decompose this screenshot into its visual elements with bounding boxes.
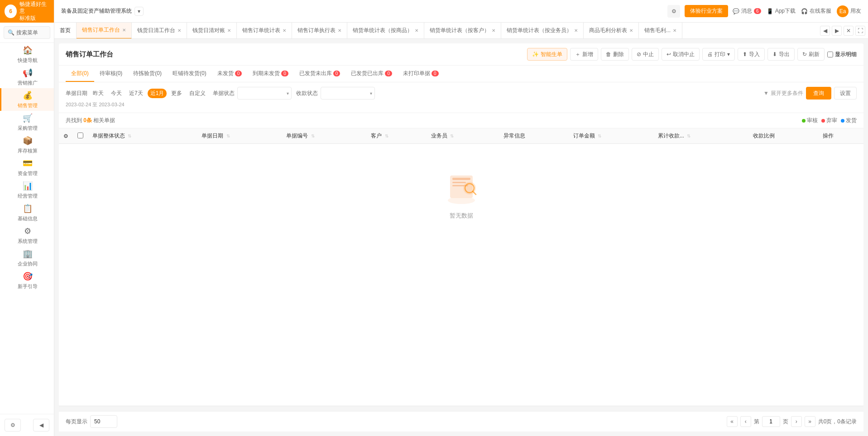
filter-tab-pending-audit[interactable]: 待审核(0) [94, 66, 128, 82]
add-button[interactable]: ＋ 新增 [570, 48, 598, 61]
query-button[interactable]: 查询 [806, 87, 831, 100]
sidebar-item-operations[interactable]: 📊 经营管理 [0, 179, 54, 201]
tab-cash-daily[interactable]: 钱货日清工作台 ✕ [132, 23, 187, 39]
tab-reconcile[interactable]: 钱货日清对账 ✕ [187, 23, 237, 39]
filter-tab-shipped-outstock[interactable]: 已发货已出库 0 [345, 66, 398, 82]
payment-select[interactable] [321, 87, 375, 100]
settings-button[interactable]: 设置 [834, 87, 857, 100]
col-staff[interactable]: 业务员 ⇅ [427, 128, 499, 144]
col-collected[interactable]: 累计收款... ⇅ [653, 128, 748, 144]
sidebar-item-guide[interactable]: 🎯 新手引导 [0, 269, 54, 292]
sidebar-item-finance[interactable]: 💳 资金管理 [0, 156, 54, 179]
tab-staff-stats[interactable]: 销货单统计表（按业务员） ✕ [501, 23, 584, 39]
tab-sales-exec[interactable]: 销售订单执行表 ✕ [292, 23, 347, 39]
date-today[interactable]: 今天 [108, 89, 125, 98]
batch-audit-button[interactable]: 审核 [802, 117, 818, 124]
expand-conditions-button[interactable]: ▼ 展开更多条件 [763, 90, 803, 97]
col-customer[interactable]: 客户 ⇅ [366, 128, 426, 144]
tab-goods-stats[interactable]: 销货单统计表（按商品） ✕ [347, 23, 424, 39]
per-page-select[interactable]: 10 20 50 100 [90, 415, 117, 428]
delete-button[interactable]: 🗑 删除 [601, 48, 629, 61]
tab-customer-stats-close[interactable]: ✕ [492, 28, 495, 33]
col-amount[interactable]: 订单金额 ⇅ [569, 128, 653, 144]
tab-margin-analysis[interactable]: 商品毛利分析表 ✕ [584, 23, 639, 39]
show-detail-input[interactable] [827, 52, 833, 57]
sidebar-item-marketing[interactable]: 📢 营销推广 [0, 66, 54, 88]
tab-reconcile-close[interactable]: ✕ [227, 28, 231, 33]
tab-cash-daily-close[interactable]: ✕ [177, 28, 181, 33]
filter-shipped-outstock-text: 已发货已出库 [351, 70, 384, 77]
date-yesterday[interactable]: 昨天 [90, 89, 106, 98]
sidebar-item-purchase[interactable]: 🛒 采购管理 [0, 111, 54, 133]
filter-tab-wangpu[interactable]: 旺铺待发货(0) [167, 66, 212, 82]
tab-sales-stats-close[interactable]: ✕ [283, 28, 286, 33]
import-button[interactable]: ⬆ 导入 [738, 48, 765, 61]
tab-sales-margin[interactable]: 销售毛利... ✕ [639, 23, 682, 39]
date-more[interactable]: 更多 [168, 89, 185, 98]
system-dropdown[interactable]: ▾ [134, 7, 144, 16]
solution-button[interactable]: 体验行业方案 [685, 5, 728, 17]
batch-cancel-button[interactable]: 弃审 [821, 117, 837, 124]
tab-prev-button[interactable]: ◀ [820, 26, 830, 36]
app-download-button[interactable]: 📱 App下载 [767, 7, 796, 15]
col-date[interactable]: 单据日期 ⇅ [197, 128, 282, 144]
next-page-button[interactable]: › [791, 416, 802, 427]
print-button[interactable]: 🖨 打印 ▾ [702, 48, 735, 61]
cancel-stop-button[interactable]: ↩ 取消中止 [662, 48, 700, 61]
last-page-button[interactable]: » [805, 416, 815, 427]
refresh-button[interactable]: ↻ 刷新 [797, 48, 825, 61]
sidebar-collapse-button[interactable]: ◀ [33, 419, 49, 431]
col-settings[interactable]: ⚙ [59, 128, 73, 144]
tab-sales-exec-close[interactable]: ✕ [338, 28, 341, 33]
sidebar-settings-button[interactable]: ⚙ [5, 419, 21, 431]
filter-tab-overdue[interactable]: 到期未发货 0 [247, 66, 294, 82]
page-number-input[interactable] [762, 416, 780, 427]
tab-sales-stats[interactable]: 销售订单统计表 ✕ [237, 23, 292, 39]
message-button[interactable]: 💬 消息 6 [733, 7, 761, 15]
status-select[interactable] [237, 87, 292, 100]
show-detail-checkbox[interactable]: 显示明细 [827, 51, 857, 58]
tab-home[interactable]: 首页 [54, 23, 77, 39]
date-7days[interactable]: 近7天 [126, 89, 146, 98]
col-checkbox[interactable] [73, 128, 88, 144]
tab-fullscreen-button[interactable]: ⛶ [855, 26, 865, 36]
date-custom[interactable]: 自定义 [187, 89, 208, 98]
filter-pending-audit-label: 待审核(0) [100, 70, 123, 77]
user-menu[interactable]: Ea 用友 [837, 5, 861, 17]
topbar-settings-button[interactable]: ⚙ [667, 5, 680, 18]
col-status[interactable]: 单据整体状态 ⇅ [88, 128, 197, 144]
tab-staff-stats-close[interactable]: ✕ [574, 28, 578, 33]
filter-tab-shipped-no-outstock[interactable]: 已发货未出库 0 [294, 66, 346, 82]
select-all-checkbox[interactable] [77, 133, 83, 138]
filter-tab-pending-inspect[interactable]: 待拣验货(0) [128, 66, 167, 82]
filter-tab-unprinted[interactable]: 未打印单据 0 [398, 66, 444, 82]
col-number[interactable]: 单据编号 ⇅ [282, 128, 366, 144]
ai-generate-button[interactable]: ✨ 智能生单 [527, 48, 567, 61]
tab-close-all-button[interactable]: ✕ [844, 26, 854, 36]
payment-label: 收款状态 [296, 90, 318, 97]
sidebar-search-button[interactable]: 🔍 搜索菜单 [4, 26, 50, 39]
export-button[interactable]: ⬇ 导出 [767, 48, 795, 61]
sidebar-item-enterprise[interactable]: 🏢 企业协同 [0, 246, 54, 269]
sidebar-item-system[interactable]: ⚙ 系统管理 [0, 224, 54, 246]
tab-customer-stats[interactable]: 销货单统计表（按客户） ✕ [424, 23, 501, 39]
sidebar-item-basic-info[interactable]: 📋 基础信息 [0, 201, 54, 224]
tab-margin-analysis-close[interactable]: ✕ [629, 28, 633, 33]
filter-tab-unshipped[interactable]: 未发货 0 [212, 66, 248, 82]
sidebar-item-quick-nav[interactable]: 🏠 快捷导航 [0, 43, 54, 66]
prev-page-button[interactable]: ‹ [740, 416, 751, 427]
tab-sales-margin-close[interactable]: ✕ [673, 28, 676, 33]
stop-button[interactable]: ⊘ 中止 [632, 48, 659, 61]
online-service-button[interactable]: 🎧 在线客服 [801, 7, 831, 15]
horizontal-scrollbar[interactable] [59, 406, 863, 411]
filter-tab-all[interactable]: 全部(0) [66, 66, 94, 82]
tab-sales-workbench[interactable]: 销售订单工作台 ✕ [77, 23, 132, 39]
date-1month[interactable]: 近1月 [148, 89, 167, 98]
first-page-button[interactable]: « [727, 416, 738, 427]
sidebar-item-sales[interactable]: 💰 销售管理 [0, 88, 54, 111]
tab-sales-workbench-close[interactable]: ✕ [122, 28, 126, 33]
sidebar-item-inventory[interactable]: 📦 库存核算 [0, 133, 54, 156]
tab-next-button[interactable]: ▶ [832, 26, 842, 36]
tab-goods-stats-close[interactable]: ✕ [415, 28, 418, 33]
batch-ship-button[interactable]: 发货 [841, 117, 857, 124]
